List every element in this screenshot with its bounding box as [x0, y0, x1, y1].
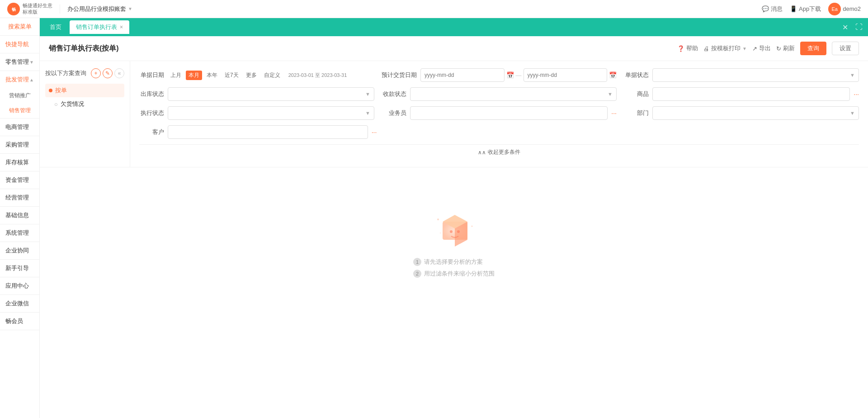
export-icon: ↗: [752, 45, 757, 52]
settings-button[interactable]: 设置: [832, 42, 859, 55]
date-tab-more[interactable]: 更多: [243, 71, 259, 80]
sidebar-group-retail: 零售管理 ▼: [0, 53, 39, 71]
predict-date-label: 预计交货日期: [382, 71, 417, 79]
svg-point-6: [457, 230, 460, 233]
salesman-dots[interactable]: ···: [611, 109, 617, 117]
sidebar-item-system[interactable]: 系统管理: [0, 224, 39, 242]
empty-tip-2: 2 用过滤条件来缩小分析范围: [413, 270, 495, 278]
sidebar-group-system: 系统管理: [0, 224, 39, 242]
collapse-scheme-button[interactable]: «: [114, 68, 124, 78]
tab-maximize-btn[interactable]: ⛶: [854, 21, 864, 33]
customer-input[interactable]: [168, 125, 368, 139]
date-tab-7days[interactable]: 近7天: [222, 71, 241, 80]
sidebar-sub-marketing[interactable]: 营销推广: [0, 88, 39, 103]
tab-active[interactable]: 销售订单执行表 ×: [70, 20, 129, 34]
exec-select[interactable]: ▼: [168, 106, 374, 120]
filter-row-4: 客户 ···: [139, 125, 859, 139]
product-dots[interactable]: ···: [854, 90, 859, 98]
sidebar-sub-sales[interactable]: 销售管理: [0, 103, 39, 118]
print-button[interactable]: 🖨 按模板打印 ▼: [703, 44, 747, 52]
customer-dots[interactable]: ···: [372, 128, 377, 136]
status-chevron: ▼: [850, 72, 855, 78]
sidebar-group-basic: 基础信息: [0, 207, 39, 224]
date-tab-custom[interactable]: 自定义: [261, 71, 283, 80]
sidebar-item-basic[interactable]: 基础信息: [0, 207, 39, 224]
scheme-item-order[interactable]: 按单: [45, 84, 124, 97]
tab-close-button[interactable]: ×: [120, 24, 123, 30]
page-header: 销售订单执行表(按单) ❓ 帮助 🖨 按模板打印 ▼ ↗: [40, 36, 868, 61]
print-icon: 🖨: [703, 45, 709, 52]
logo-area: 畅 畅捷通好生意 标准版: [7, 3, 52, 15]
sidebar-group-appcenter: 应用中心: [0, 277, 39, 295]
sidebar-group-member: 畅会员: [0, 313, 39, 330]
user-profile[interactable]: Ea demo2: [828, 3, 861, 15]
query-button[interactable]: 查询: [800, 42, 826, 55]
dept-select[interactable]: ▼: [652, 106, 859, 120]
sidebar-item-corpwechat[interactable]: 企业微信: [0, 295, 39, 312]
svg-point-5: [450, 230, 453, 233]
calendar-start-icon[interactable]: 📅: [506, 71, 514, 79]
sidebar-item-member[interactable]: 畅会员: [0, 313, 39, 330]
sidebar-item-retail[interactable]: 零售管理 ▼: [0, 53, 39, 71]
collapse-button[interactable]: ∧∧ 收起更多条件: [139, 144, 859, 160]
sidebar-item-appcenter[interactable]: 应用中心: [0, 277, 39, 294]
company-selector[interactable]: 办公用品行业模拟账套 ▼: [67, 5, 132, 13]
date-tab-thismonth[interactable]: 本月: [186, 71, 202, 80]
empty-illustration: [431, 204, 476, 249]
salesman-input[interactable]: [410, 106, 608, 120]
edit-scheme-button[interactable]: ✎: [103, 68, 113, 78]
dept-label: 部门: [624, 109, 649, 117]
sidebar-group-purchase: 采购管理: [0, 136, 39, 154]
sidebar-item-newbie[interactable]: 新手引导: [0, 260, 39, 277]
date-tab-lastmonth[interactable]: 上月: [168, 71, 184, 80]
tip-num-2: 2: [413, 270, 421, 278]
scheme-icons: + ✎ «: [91, 68, 124, 78]
payment-select[interactable]: ▼: [410, 87, 617, 101]
outstock-label: 出库状态: [139, 90, 164, 98]
tab-close-window-btn[interactable]: ✕: [840, 21, 850, 33]
sidebar-item-purchase[interactable]: 采购管理: [0, 136, 39, 153]
sidebar-item-enterprise[interactable]: 企业协同: [0, 242, 39, 259]
field-customer: 客户 ···: [139, 125, 377, 139]
date-tabs: 上月 本月 本年 近7天 更多 自定义: [168, 71, 283, 80]
logo-icon: 畅: [7, 3, 20, 15]
content-area: 首页 销售订单执行表 × ✕ ⛶ 销售订单执行表(按单) ❓: [40, 18, 868, 418]
exec-label: 执行状态: [139, 109, 164, 117]
outstock-select[interactable]: ▼: [168, 87, 374, 101]
sidebar-item-operation[interactable]: 经营管理: [0, 189, 39, 206]
svg-text:畅: 畅: [12, 7, 16, 12]
predict-date-start[interactable]: [420, 68, 505, 82]
add-scheme-button[interactable]: +: [91, 68, 101, 78]
sidebar-group-ecom: 电商管理: [0, 119, 39, 136]
field-predict-date: 预计交货日期 📅 — 📅: [382, 68, 617, 82]
field-payment: 收款状态 ▼: [382, 87, 617, 101]
predict-date-end[interactable]: [524, 68, 608, 82]
username: demo2: [843, 5, 861, 12]
sidebar-group-wholesale: 批发管理 ▲ 营销推广 销售管理: [0, 71, 39, 119]
scheme-item-debt[interactable]: ○ 欠货情况: [45, 97, 124, 111]
sidebar-item-wholesale[interactable]: 批发管理 ▲: [0, 71, 39, 88]
sidebar-search[interactable]: 搜索菜单: [0, 18, 39, 36]
status-select[interactable]: ▼: [652, 68, 859, 82]
sidebar-item-quick-nav[interactable]: 快捷导航: [0, 36, 39, 53]
product-label: 商品: [624, 90, 649, 98]
outstock-chevron: ▼: [365, 91, 370, 97]
help-button[interactable]: ❓ 帮助: [677, 44, 698, 52]
calendar-end-icon[interactable]: 📅: [609, 71, 617, 79]
refresh-button[interactable]: ↻ 刷新: [776, 44, 795, 52]
empty-tip-1: 1 请先选择要分析的方案: [413, 258, 495, 266]
message-button[interactable]: 💬 消息: [762, 5, 783, 13]
sidebar-group-newbie: 新手引导: [0, 260, 39, 277]
page-actions: ❓ 帮助 🖨 按模板打印 ▼ ↗ 导出 ↻: [677, 42, 859, 55]
app-body: 搜索菜单 快捷导航 零售管理 ▼ 批发管理 ▲ 营销推广 销售管理: [0, 18, 868, 418]
tab-home[interactable]: 首页: [43, 20, 68, 34]
field-product: 商品 ···: [624, 87, 859, 101]
sidebar-item-inventory[interactable]: 库存核算: [0, 154, 39, 171]
app-download-button[interactable]: 📱 App下载: [790, 5, 821, 13]
help-icon: ❓: [677, 45, 684, 52]
date-tab-thisyear[interactable]: 本年: [204, 71, 220, 80]
sidebar-item-finance[interactable]: 资金管理: [0, 171, 39, 189]
sidebar-item-ecom[interactable]: 电商管理: [0, 119, 39, 136]
product-input[interactable]: [652, 87, 850, 101]
export-button[interactable]: ↗ 导出: [752, 44, 771, 52]
